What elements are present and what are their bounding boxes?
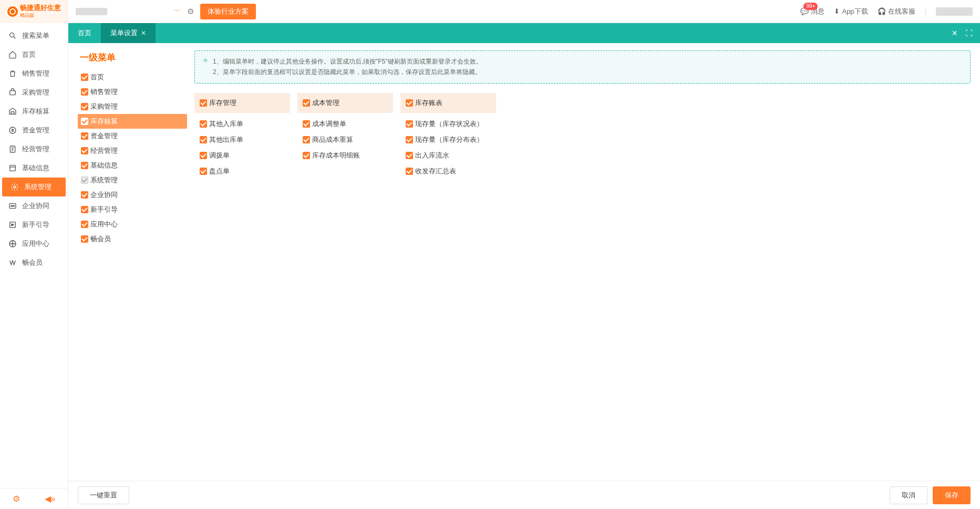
company-selector[interactable]: ﹀: [76, 7, 181, 16]
checkbox[interactable]: [81, 221, 88, 228]
sidebar-item-cart[interactable]: 采购管理: [0, 83, 68, 102]
checkbox[interactable]: [200, 136, 207, 143]
card-item[interactable]: 现存量（库存分布表）: [406, 132, 491, 148]
checkbox[interactable]: [200, 120, 207, 128]
checkbox[interactable]: [406, 120, 413, 128]
tab-菜单设置[interactable]: 菜单设置✕: [101, 23, 156, 43]
right-panel: ✧ 1、编辑菜单时，建议停止其他业务操作。设置成功后,须按"F5"键刷新页面或重…: [187, 43, 980, 481]
sidebar-item-warehouse[interactable]: 库存核算: [0, 102, 68, 121]
chevron-down-icon: ﹀: [174, 7, 181, 16]
close-all-tabs-icon[interactable]: ✕: [952, 29, 958, 37]
checkbox[interactable]: [81, 191, 88, 199]
checkbox[interactable]: [81, 206, 88, 213]
sidebar-item-bag[interactable]: 销售管理: [0, 64, 68, 83]
header-settings-icon[interactable]: ⚙: [187, 7, 194, 16]
checkbox[interactable]: [303, 136, 310, 143]
card-item[interactable]: 现存量（库存状况表）: [406, 116, 491, 132]
card-item[interactable]: 成本调整单: [303, 116, 388, 132]
checkbox[interactable]: [81, 162, 88, 169]
level1-item[interactable]: 应用中心: [78, 217, 187, 232]
sidebar-item-doc[interactable]: 经营管理: [0, 140, 68, 159]
cart-icon: [8, 88, 17, 97]
footer-bar: 一键重置 取消 保存: [68, 481, 980, 509]
brand-name: 畅捷通好生意: [20, 4, 61, 12]
card-header[interactable]: 成本管理: [297, 93, 393, 113]
sidebar-item-vip[interactable]: 畅会员: [0, 253, 68, 272]
level1-item[interactable]: 采购管理: [78, 99, 187, 114]
checkbox[interactable]: [303, 120, 310, 128]
card-item[interactable]: 出入库流水: [406, 148, 491, 163]
sidebar-item-gear[interactable]: 系统管理: [2, 178, 66, 196]
checkbox[interactable]: [81, 74, 88, 81]
sidebar-item-book[interactable]: 基础信息: [0, 159, 68, 178]
card-item[interactable]: 商品成本重算: [303, 132, 388, 148]
checkbox[interactable]: [81, 118, 88, 125]
checkbox[interactable]: [200, 152, 207, 159]
card-item[interactable]: 库存成本明细账: [303, 148, 388, 163]
checkbox[interactable]: [81, 235, 88, 243]
checkbox[interactable]: [81, 88, 88, 96]
card-header[interactable]: 库存管理: [194, 93, 290, 113]
app-download-link[interactable]: ⬇ App下载: [834, 7, 868, 16]
checkbox[interactable]: [81, 147, 88, 154]
level1-item[interactable]: 首页: [78, 70, 187, 85]
sidebar-item-collab[interactable]: 企业协同: [0, 196, 68, 215]
checkbox[interactable]: [81, 103, 88, 110]
checkbox[interactable]: [406, 99, 413, 107]
checkbox[interactable]: [303, 99, 310, 107]
app-download-label: App下载: [842, 7, 868, 16]
level1-item[interactable]: 新手引导: [78, 202, 187, 217]
checkbox[interactable]: [406, 152, 413, 159]
level1-item[interactable]: 经营管理: [78, 143, 187, 158]
user-name-redacted[interactable]: [936, 7, 973, 16]
level1-item-label: 首页: [90, 72, 104, 82]
industry-plan-button[interactable]: 体验行业方案: [200, 4, 256, 19]
level1-item[interactable]: 基础信息: [78, 158, 187, 173]
level1-item-label: 畅会员: [90, 234, 111, 244]
level1-item[interactable]: 销售管理: [78, 85, 187, 99]
cancel-button[interactable]: 取消: [890, 486, 927, 504]
settings-icon[interactable]: ⚙: [13, 494, 20, 504]
svg-point-13: [11, 205, 13, 207]
card-item[interactable]: 其他入库单: [200, 116, 285, 132]
card-item[interactable]: 调拨单: [200, 148, 285, 163]
checkbox[interactable]: [200, 99, 207, 107]
sidebar-item-apps[interactable]: 应用中心: [0, 234, 68, 253]
checkbox[interactable]: [303, 152, 310, 159]
sidebar-item-label: 首页: [22, 50, 36, 59]
card-item[interactable]: 盘点单: [200, 163, 285, 179]
sidebar-item-search[interactable]: 搜索菜单: [0, 26, 68, 45]
level1-item[interactable]: 系统管理: [78, 173, 187, 188]
level1-item[interactable]: 库存核算: [78, 114, 187, 129]
checkbox[interactable]: [200, 168, 207, 175]
checkbox[interactable]: [81, 132, 88, 140]
card-item-label: 调拨单: [209, 151, 230, 160]
checkbox[interactable]: [406, 168, 413, 175]
level1-list: 首页销售管理采购管理库存核算资金管理经营管理基础信息系统管理企业协同新手引导应用…: [78, 70, 187, 246]
reset-button[interactable]: 一键重置: [78, 486, 129, 504]
card-body: 成本调整单商品成本重算库存成本明细账: [297, 113, 393, 169]
save-button[interactable]: 保存: [933, 486, 971, 504]
online-service-link[interactable]: 🎧 在线客服: [878, 7, 915, 16]
card-item[interactable]: 其他出库单: [200, 132, 285, 148]
sidebar-item-home[interactable]: 首页: [0, 45, 68, 64]
level1-item-label: 销售管理: [90, 87, 118, 97]
level1-item[interactable]: 畅会员: [78, 232, 187, 246]
checkbox[interactable]: [406, 136, 413, 143]
tab-首页[interactable]: 首页: [68, 23, 101, 43]
card-header[interactable]: 库存账表: [400, 93, 496, 113]
level1-item[interactable]: 资金管理: [78, 129, 187, 143]
sidebar-item-money[interactable]: 资金管理: [0, 121, 68, 140]
search-icon: [8, 32, 17, 40]
sidebar-item-guide[interactable]: 新手引导: [0, 215, 68, 234]
sidebar-item-label: 库存核算: [22, 107, 49, 116]
fullscreen-icon[interactable]: ⛶: [965, 29, 973, 37]
sidebar-item-label: 畅会员: [22, 258, 43, 267]
checkbox[interactable]: [81, 176, 88, 184]
close-icon[interactable]: ✕: [141, 29, 146, 37]
card-item-label: 商品成本重算: [312, 135, 353, 144]
card-item[interactable]: 收发存汇总表: [406, 163, 491, 179]
level1-item[interactable]: 企业协同: [78, 188, 187, 202]
messages-link[interactable]: 💬 99+ 消息: [800, 7, 824, 16]
collapse-icon[interactable]: ◀»: [45, 494, 56, 504]
